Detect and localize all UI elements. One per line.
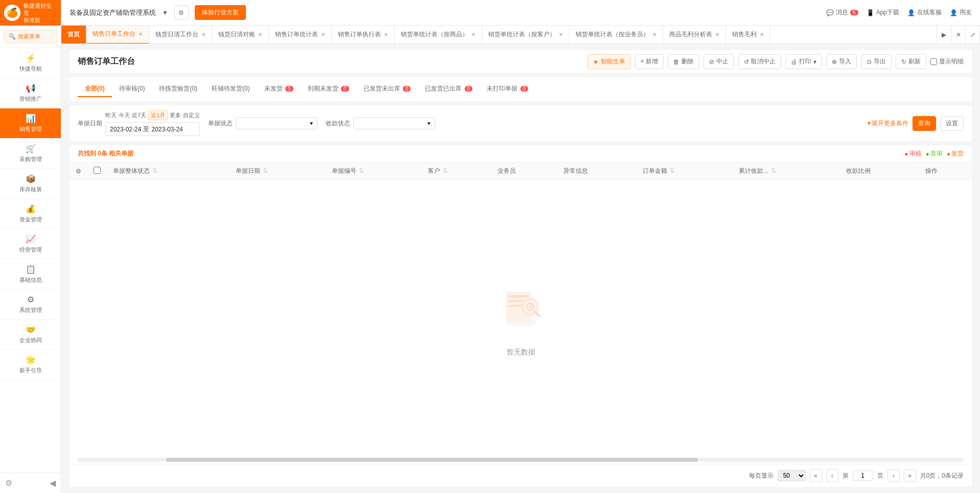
solution-button[interactable]: 体验行业方案 [195, 5, 246, 20]
next-page-button[interactable]: › [887, 469, 900, 482]
tab-sales-workbench[interactable]: 销售订单工作台 ✕ [86, 26, 149, 44]
close-tab-sales-exec[interactable]: ✕ [384, 32, 388, 37]
print-button[interactable]: 🖨 打印 ▾ [785, 54, 822, 69]
settings-columns-icon[interactable]: ⚙ [76, 168, 81, 175]
tab-close-all-button[interactable]: ✕ [951, 26, 966, 44]
filter-tab-all[interactable]: 全部(0) [78, 81, 112, 97]
close-tab-sales-workbench[interactable]: ✕ [139, 31, 143, 37]
date-input-range[interactable]: 2023-02-24 至 2023-03-24 [105, 122, 200, 136]
scrollbar-thumb[interactable] [166, 458, 698, 462]
show-detail-checkbox[interactable] [930, 58, 937, 65]
expand-conditions-button[interactable]: ▾ 展开更多条件 [868, 119, 908, 128]
col-exception-header[interactable]: 异常信息 [557, 163, 636, 180]
search-settings-button[interactable]: 设置 [940, 116, 964, 131]
delete-button[interactable]: 🗑 删除 [668, 54, 699, 69]
filter-tab-not-shipped[interactable]: 未发货 0 [257, 81, 301, 97]
page-number-input[interactable] [853, 470, 873, 481]
close-tab-sales-summary-staff[interactable]: ✕ [652, 32, 656, 37]
batch-ship-button[interactable]: ● 发货 [947, 149, 964, 158]
tab-home[interactable]: 首页 [61, 26, 86, 44]
tab-maximize-button[interactable]: ⤢ [966, 26, 980, 44]
horizontal-scrollbar[interactable] [78, 458, 964, 462]
close-tab-cash-reconcile[interactable]: ✕ [258, 32, 262, 37]
shortcut-more[interactable]: 更多 [170, 111, 181, 119]
prev-page-button[interactable]: ‹ [826, 469, 838, 482]
smart-create-button[interactable]: ★ 智能生单 [587, 54, 631, 69]
tab-sales-stats[interactable]: 销售订单统计表 ✕ [269, 26, 332, 44]
col-number-header[interactable]: 单据编号 ⇅ [326, 163, 422, 180]
status-select[interactable]: ▾ [236, 117, 317, 129]
filter-tab-shipped-out[interactable]: 已发货已出库 0 [418, 81, 480, 97]
last-page-button[interactable]: » [904, 469, 916, 482]
sidebar-item-cooperation[interactable]: 🤝 企业协同 [0, 320, 61, 350]
refresh-button[interactable]: ↻ 刷新 [896, 54, 926, 69]
cancel-suspend-button[interactable]: ↺ 取消中止 [738, 54, 781, 69]
message-button[interactable]: 💬 消息 6 [826, 8, 858, 17]
payment-select[interactable]: ▾ [353, 117, 435, 129]
first-page-button[interactable]: « [810, 469, 822, 482]
col-status-header[interactable]: 单据整体状态 ⇅ [107, 163, 230, 180]
tab-sales-summary-staff[interactable]: 销货单统计表（按业务员） ✕ [569, 26, 663, 44]
shortcut-7days[interactable]: 近7天 [132, 111, 146, 119]
col-collected-header[interactable]: 累计收款... ⇅ [733, 163, 840, 180]
tab-cash-daily[interactable]: 钱货日清工作台 ✕ [149, 26, 212, 44]
user-avatar[interactable]: 👤 用友 [950, 8, 972, 17]
add-button[interactable]: + 新增 [635, 54, 664, 69]
col-customer-header[interactable]: 客户 ⇅ [422, 163, 491, 180]
tab-prev-button[interactable]: ▶ [937, 26, 951, 44]
filter-tab-expired-not-shipped[interactable]: 到期未发货 0 [301, 81, 356, 97]
filter-tab-shipped-not-out[interactable]: 已发货未出库 0 [356, 81, 418, 97]
col-amount-header[interactable]: 订单金额 ⇅ [636, 163, 733, 180]
close-tab-gross-profit[interactable]: ✕ [715, 32, 719, 37]
tab-sales-summary-customer[interactable]: 销货单统计表（按客户） ✕ [482, 26, 569, 44]
close-tab-sales-stats[interactable]: ✕ [321, 32, 325, 37]
shortcut-custom[interactable]: 自定义 [183, 111, 200, 119]
sidebar-item-sales[interactable]: 📊 销售管理 [0, 108, 61, 139]
sidebar-item-finance[interactable]: 💰 资金管理 [0, 199, 61, 229]
show-detail-label[interactable]: 显示明细 [930, 57, 964, 66]
query-button[interactable]: 查询 [913, 116, 936, 131]
export-button[interactable]: ⊙ 导出 [861, 54, 892, 69]
topbar-settings-button[interactable]: ⚙ [174, 6, 189, 20]
sidebar-item-base-info[interactable]: 📋 基础信息 [0, 259, 61, 289]
shortcut-1month[interactable]: 近1月 [148, 110, 168, 120]
app-download-button[interactable]: 📱 App下载 [867, 8, 899, 17]
sidebar-item-operations[interactable]: 📈 经营管理 [0, 229, 61, 259]
batch-revoke-button[interactable]: ● 弃审 [926, 149, 943, 158]
app-title-dropdown[interactable]: ▼ [162, 9, 168, 16]
filter-tab-pending-review[interactable]: 待审核(0) [112, 81, 152, 97]
close-tab-cash-daily[interactable]: ✕ [201, 32, 206, 37]
sidebar-item-guide[interactable]: 🌟 新手引导 [0, 350, 61, 380]
tab-sales-exec[interactable]: 销售订单执行表 ✕ [332, 26, 395, 44]
suspend-button[interactable]: ⊘ 中止 [703, 54, 734, 69]
sidebar-settings-button[interactable]: ⚙ [0, 473, 17, 493]
sidebar-item-system[interactable]: ⚙ 系统管理 [0, 289, 61, 320]
tab-cash-reconcile[interactable]: 钱货日清对账 ✕ [212, 26, 269, 44]
finance-icon: 💰 [26, 204, 36, 214]
shortcut-yesterday[interactable]: 昨天 [105, 111, 117, 119]
select-all-checkbox[interactable] [94, 167, 101, 174]
online-service-button[interactable]: 👤 在线客服 [907, 8, 942, 17]
filter-tab-pending-inspect[interactable]: 待拣货验货(0) [152, 81, 204, 97]
close-tab-sales-more[interactable]: ✕ [760, 32, 764, 37]
tab-sales-summary-product[interactable]: 销货单统计表（按商品） ✕ [395, 26, 482, 44]
sidebar-item-inventory[interactable]: 📦 库存核算 [0, 169, 61, 199]
sidebar-collapse-button[interactable]: ◀ [44, 473, 61, 493]
search-menu-button[interactable]: 🔍 搜索菜单 [4, 30, 57, 43]
tab-gross-profit[interactable]: 商品毛利分析表 ✕ [663, 26, 726, 44]
page-size-select[interactable]: 50 100 200 [778, 470, 806, 481]
filter-tab-wangpu-pending[interactable]: 旺铺待发货(0) [204, 81, 257, 97]
close-tab-sales-summary-product[interactable]: ✕ [471, 32, 475, 37]
batch-review-button[interactable]: ● 审核 [904, 149, 921, 158]
col-date-header[interactable]: 单据日期 ⇅ [230, 163, 326, 180]
col-staff-header[interactable]: 业务员 [491, 163, 557, 180]
sidebar-bottom: ⚙ ◀ [0, 473, 61, 493]
import-button[interactable]: ⊕ 导入 [826, 54, 857, 69]
shortcut-today[interactable]: 今天 [119, 111, 130, 119]
tab-sales-more[interactable]: 销售毛利 ✕ [726, 26, 770, 44]
sidebar-item-purchase[interactable]: 🛒 采购管理 [0, 139, 61, 169]
close-tab-sales-summary-customer[interactable]: ✕ [559, 32, 563, 37]
sidebar-item-quick-nav[interactable]: ⚡ 快捷导航 [0, 48, 61, 78]
filter-tab-unprinted[interactable]: 未打印单据 0 [480, 81, 535, 97]
sidebar-item-marketing[interactable]: 📢 营销推广 [0, 78, 61, 108]
